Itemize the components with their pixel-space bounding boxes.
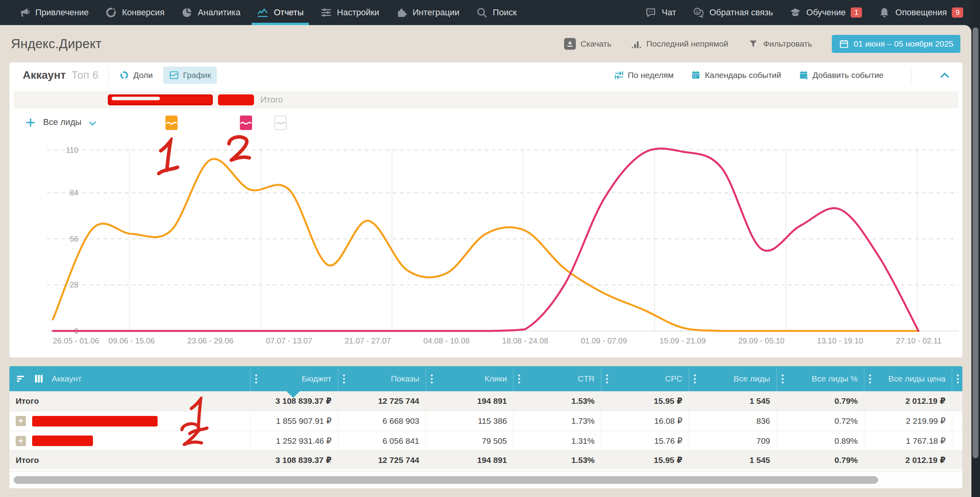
series-2-toggle-icon[interactable] — [240, 116, 252, 130]
chevron-down-icon[interactable] — [88, 119, 97, 128]
filter-rows-icon[interactable] — [16, 374, 26, 384]
cell-clicks: 194 891 — [426, 451, 514, 469]
date-range-picker[interactable]: 01 июня – 05 ноября 2025 — [832, 35, 960, 53]
nav-item-label: Оповещения — [895, 7, 947, 18]
legend-item-1-redacted[interactable] — [108, 94, 213, 105]
table-column-header-3[interactable]: Клики — [426, 366, 514, 391]
header-actions: Скачать Последний непрямой Фильтровать — [564, 35, 960, 53]
cell-budget: 3 108 839.37 ₽ — [250, 451, 338, 469]
table-column-header-2[interactable]: Показы — [338, 366, 426, 391]
table-column-header-1[interactable]: Бюджет — [250, 366, 338, 391]
attribution-model-button[interactable]: Последний непрямой — [631, 39, 728, 49]
expand-row-button[interactable]: + — [16, 416, 26, 426]
table-body: Итого3 108 839.37 ₽12 725 744194 8911.53… — [9, 391, 962, 469]
series-3-toggle-icon[interactable] — [274, 116, 287, 130]
column-menu-icon[interactable] — [694, 374, 696, 383]
by-weeks-icon — [614, 70, 624, 80]
events-calendar-button[interactable]: Календарь событий — [691, 70, 781, 80]
download-button[interactable]: Скачать — [564, 38, 612, 50]
x-axis-tick-label: 15.09 - 21.09 — [659, 336, 706, 345]
legend-item-2-redacted[interactable] — [218, 94, 254, 105]
table-column-header-6[interactable]: Все лиды — [689, 366, 777, 391]
column-menu-icon[interactable] — [431, 374, 433, 383]
series-selector-row: Все лиды — [9, 112, 962, 135]
filter-button[interactable]: Фильтровать — [748, 39, 812, 49]
nav-item-label: Интеграции — [412, 7, 459, 18]
table-column-header-8[interactable]: Все лиды цена — [864, 366, 952, 391]
add-event-button[interactable]: Добавить событие — [799, 70, 884, 80]
table-data-row[interactable]: +1 252 931.46 ₽6 056 84179 5051.31%15.76… — [9, 431, 962, 450]
x-axis-tick-label: 18.08 - 24.08 — [502, 336, 548, 345]
expand-row-button[interactable]: + — [16, 436, 26, 446]
cell-leads: 1 545 — [689, 451, 777, 469]
column-menu-icon[interactable] — [957, 374, 959, 383]
integrations-puzzle-icon — [396, 7, 407, 18]
column-menu-icon[interactable] — [518, 374, 520, 383]
cell-cpc: 15.95 ₽ — [601, 451, 689, 469]
handwritten-annotation-2 — [224, 134, 256, 167]
series-1-toggle-icon[interactable] — [165, 116, 178, 130]
x-axis-tick-label: 01.09 - 07.09 — [581, 336, 627, 345]
view-chart-button[interactable]: График — [163, 67, 217, 84]
nav-item-интеграции[interactable]: Интеграции — [387, 0, 468, 25]
nav-right: ЧатОбратная связьОбучение1Оповещения9 — [637, 0, 971, 25]
column-menu-icon[interactable] — [606, 374, 608, 383]
x-axis-tick-label: 21.07 - 27.07 — [345, 336, 391, 345]
column-label-account[interactable]: Аккаунт — [52, 374, 82, 383]
collapse-panel-button[interactable] — [939, 69, 951, 81]
app-window: ПривлечениеКонверсияАналитикаОтчетыНастр… — [0, 0, 980, 497]
chart-panel-header: Аккаунт Топ 6 Доли График — [9, 62, 962, 88]
column-menu-icon[interactable] — [869, 374, 871, 383]
account-cell: Итого — [9, 391, 250, 411]
series-line-1 — [53, 159, 918, 331]
nav-item-обучение[interactable]: Обучение1 — [781, 0, 870, 25]
nav-item-чат[interactable]: Чат — [637, 0, 684, 25]
nav-item-настройки[interactable]: Настройки — [312, 0, 388, 25]
account-chart-panel: Аккаунт Топ 6 Доли График — [9, 62, 962, 358]
view-share-button[interactable]: Доли — [119, 70, 153, 80]
legend-total[interactable]: Итого — [260, 91, 283, 108]
top-nav: ПривлечениеКонверсияАналитикаОтчетыНастр… — [0, 0, 980, 25]
columns-icon[interactable] — [34, 374, 44, 384]
by-weeks-button[interactable]: По неделям — [614, 70, 674, 80]
cell-overflow — [952, 411, 962, 431]
y-axis-tick-label: 110 — [66, 146, 78, 154]
window-scrollbar-thumb[interactable] — [973, 27, 978, 458]
y-axis-tick-label: 56 — [70, 235, 78, 243]
divider — [109, 68, 109, 83]
nav-item-поиск[interactable]: Поиск — [468, 0, 525, 25]
nav-item-привлечение[interactable]: Привлечение — [10, 0, 97, 25]
nav-item-оповещения[interactable]: Оповещения9 — [870, 0, 971, 25]
table-column-header-5[interactable]: CPC — [601, 366, 689, 391]
cell-ctr: 1.31% — [513, 431, 601, 450]
nav-item-аналитика[interactable]: Аналитика — [173, 0, 249, 25]
nav-item-отчеты[interactable]: Отчеты — [249, 0, 312, 25]
account-table-panel: Аккаунт БюджетПоказыКликиCTRCPCВсе лидыВ… — [9, 366, 962, 488]
x-axis-tick-label: 13.10 - 19.10 — [817, 336, 863, 345]
add-metric-icon[interactable] — [25, 117, 36, 128]
column-menu-icon[interactable] — [782, 374, 784, 383]
cell-impressions: 12 725 744 — [338, 391, 426, 411]
x-axis-tick-label: 04.08 - 10.08 — [423, 336, 470, 345]
table-header: Аккаунт БюджетПоказыКликиCTRCPCВсе лидыВ… — [9, 366, 962, 391]
table-column-header-4[interactable]: CTR — [513, 366, 601, 391]
column-menu-icon[interactable] — [255, 374, 257, 383]
view-chart-label: График — [183, 70, 211, 80]
nav-item-обратная связь[interactable]: Обратная связь — [684, 0, 781, 25]
nav-left: ПривлечениеКонверсияАналитикаОтчетыНастр… — [10, 0, 525, 25]
column-label: Клики — [485, 374, 507, 383]
leads-line-chart: 110845628026.05 - 01.0609.06 - 15.0623.0… — [9, 137, 962, 356]
series-selector[interactable]: Все лиды — [43, 117, 82, 127]
reports-chart-icon — [257, 7, 269, 18]
x-axis-tick-label: 09.06 - 15.06 — [109, 336, 155, 345]
nav-item-конверсия[interactable]: Конверсия — [97, 0, 172, 25]
table-data-row[interactable]: +1 855 907.91 ₽6 668 903115 3861.73%16.0… — [9, 411, 962, 431]
account-cell: + — [9, 411, 250, 431]
x-axis-tick-label: 23.06 - 29.06 — [187, 336, 234, 345]
column-menu-icon[interactable] — [343, 374, 345, 383]
nav-item-label: Привлечение — [35, 7, 89, 18]
page-content: Яндекс.Директ Скачать Последний непрямой — [0, 25, 971, 497]
horizontal-scrollbar-thumb[interactable] — [14, 476, 878, 484]
feedback-icon — [693, 7, 704, 18]
table-column-header-7[interactable]: Все лиды % — [777, 366, 864, 391]
